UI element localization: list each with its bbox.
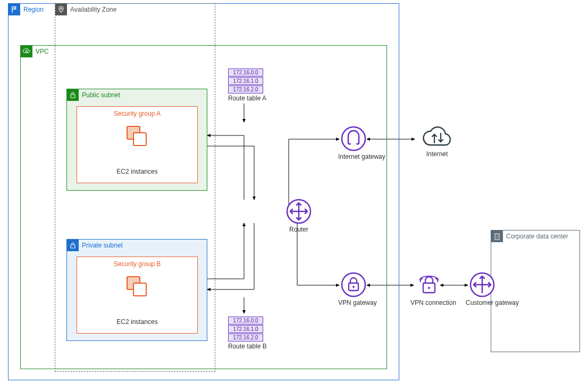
- rt-a-row: 172.16.0.0: [228, 69, 263, 76]
- rt-b-row: 172.16.2.0: [228, 334, 263, 342]
- az-label: Availability Zone: [70, 6, 116, 13]
- vpc-label: VPC: [36, 48, 49, 55]
- ec2-icon: [126, 125, 150, 151]
- svg-rect-6: [26, 51, 27, 53]
- router-node: Router: [275, 198, 323, 233]
- corp-box: Corporate data center: [491, 230, 580, 352]
- ec2-b-label: EC2 instances: [77, 318, 197, 326]
- rt-b-label: Route table B: [228, 343, 260, 350]
- svg-rect-7: [71, 95, 75, 98]
- route-table-a: 172.16.0.0 172.16.1.0 172.16.2.0 Route t…: [228, 68, 263, 102]
- private-subnet-label: Private subnet: [82, 242, 123, 249]
- internet-label: Internet: [416, 150, 458, 158]
- sg-b-label: Security group B: [77, 260, 197, 268]
- svg-point-21: [352, 286, 355, 288]
- customer-gateway-icon: [469, 271, 495, 298]
- svg-point-32: [428, 287, 430, 289]
- sg-a-label: Security group A: [77, 110, 197, 117]
- building-icon: [491, 231, 503, 242]
- svg-rect-12: [133, 283, 146, 296]
- rt-a-row: 172.16.2.0: [228, 86, 263, 93]
- lock-icon: [67, 240, 79, 251]
- pin-icon: [55, 4, 67, 15]
- flag-icon: [9, 4, 20, 15]
- vpn-gateway-icon: [340, 271, 367, 298]
- svg-point-5: [61, 8, 62, 10]
- cgw-label: Customer gateway: [466, 299, 499, 306]
- rt-a-label: Route table A: [228, 95, 260, 102]
- ec2-icon: [126, 276, 150, 302]
- internet-node: Internet: [416, 124, 458, 158]
- public-subnet-box: Public subnet Security group A EC2 insta…: [66, 89, 207, 191]
- rt-b-row: 172.16.0.0: [228, 317, 263, 325]
- vpn-connection-icon: [416, 271, 442, 298]
- lock-icon: [67, 89, 79, 101]
- gateway-icon: [340, 125, 367, 152]
- router-label: Router: [275, 226, 323, 233]
- private-subnet-box: Private subnet Security group B EC2 inst…: [66, 239, 207, 341]
- rt-b-row: 172.16.1.0: [228, 325, 263, 333]
- vpn-conn-label: VPN connection: [410, 299, 448, 306]
- vpn-conn-node: VPN connection: [410, 271, 448, 306]
- svg-rect-10: [71, 245, 75, 248]
- route-table-b: 172.16.0.0 172.16.1.0 172.16.2.0 Route t…: [228, 316, 263, 350]
- public-subnet-label: Public subnet: [82, 91, 120, 99]
- security-group-b-box: Security group B EC2 instances: [77, 257, 198, 334]
- cloud-icon: [421, 124, 453, 149]
- rt-a-row: 172.16.1.0: [228, 77, 263, 85]
- cgw-node: Customer gateway: [466, 271, 499, 306]
- igw-node: Internet gateway: [338, 125, 369, 160]
- vgw-label: VPN gateway: [338, 299, 369, 306]
- region-label: Region: [23, 6, 44, 13]
- router-icon: [285, 198, 312, 225]
- security-group-a-box: Security group A EC2 instances: [77, 106, 198, 183]
- igw-label: Internet gateway: [338, 153, 369, 160]
- svg-rect-9: [133, 133, 146, 146]
- corp-label: Corporate data center: [506, 233, 568, 240]
- ec2-a-label: EC2 instances: [77, 168, 197, 175]
- svg-point-19: [342, 273, 365, 296]
- svg-rect-24: [495, 234, 499, 240]
- vgw-node: VPN gateway: [338, 271, 369, 306]
- cloud-lock-icon: [21, 46, 32, 57]
